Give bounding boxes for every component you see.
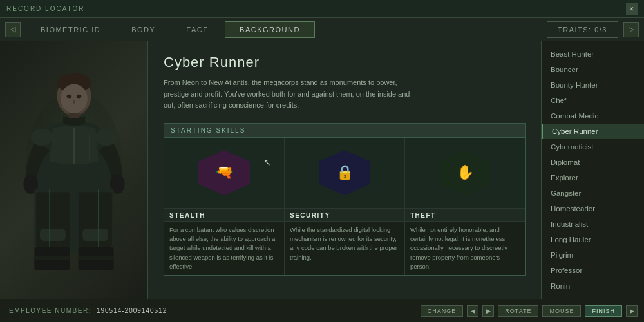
employee-number: 190514-2009140512: [97, 307, 167, 314]
nav-tabs: ◁ BIOMETRIC ID BODY FACE BACKGROUND TRAI…: [0, 18, 644, 41]
character-panel: [0, 41, 148, 299]
svg-rect-19: [34, 256, 70, 260]
sidebar-item-cyber-runner[interactable]: Cyber Runner: [542, 124, 644, 139]
security-icon-area: 🔒: [285, 138, 404, 209]
employee-label: EMPLOYEE NUMBER:: [9, 307, 91, 314]
security-hexagon: 🔒: [319, 150, 370, 195]
top-bar: RECORD LOCATOR ✕: [0, 0, 644, 18]
bottom-bar: EMPLOYEE NUMBER: 190514-2009140512 CHANG…: [0, 299, 644, 322]
skill-card-theft: ✋ THEFT While not entirely honorable, an…: [405, 138, 525, 275]
change-right-arrow[interactable]: ▶: [482, 305, 494, 317]
change-left-arrow[interactable]: ◀: [467, 305, 478, 317]
tab-biometric[interactable]: BIOMETRIC ID: [26, 21, 115, 38]
sidebar-item-ronin[interactable]: Ronin: [542, 278, 644, 294]
sidebar-item-combat-medic[interactable]: Combat Medic: [542, 108, 644, 124]
mouse-button[interactable]: MOUSE: [542, 305, 581, 317]
top-bar-right: ✕: [626, 3, 638, 15]
theft-icon: ✋: [457, 164, 474, 181]
security-desc: While the standardized digital locking m…: [285, 222, 404, 266]
sidebar-item-professor[interactable]: Professor: [542, 263, 644, 278]
skill-card-security: 🔒 SECURITY While the standardized digita…: [285, 138, 405, 275]
info-panel: Cyber Runner From Neon to New Atlantis, …: [148, 41, 541, 299]
sidebar-item-beast-hunter[interactable]: Beast Hunter: [542, 46, 644, 62]
bottom-right-buttons: CHANGE ◀ ▶ ROTATE MOUSE FINISH ▶: [421, 305, 638, 317]
sidebar-item-long-hauler[interactable]: Long Hauler: [542, 232, 644, 247]
finish-button[interactable]: FINISH: [585, 305, 622, 317]
tab-face[interactable]: FACE: [171, 21, 223, 38]
character-figure: [0, 41, 147, 299]
tab-body[interactable]: BODY: [117, 21, 170, 38]
background-title: Cyber Runner: [164, 54, 526, 71]
cursor-arrow: ↖: [263, 157, 271, 167]
svg-rect-6: [73, 100, 75, 104]
character-svg: [10, 67, 138, 299]
nav-tab-left-button[interactable]: ◁: [5, 22, 21, 37]
sidebar-item-chef[interactable]: Chef: [542, 93, 644, 108]
change-button[interactable]: CHANGE: [421, 305, 464, 317]
rotate-button[interactable]: ROTATE: [498, 305, 538, 317]
sidebar-item-bouncer[interactable]: Bouncer: [542, 62, 644, 77]
sidebar-item-industrialist[interactable]: Industrialist: [542, 216, 644, 232]
tab-background[interactable]: BACKGROUND: [225, 21, 315, 38]
sidebar-item-explorer[interactable]: Explorer: [542, 170, 644, 185]
stealth-icon: 🔫: [216, 164, 233, 181]
security-name: SECURITY: [285, 209, 404, 222]
sidebar-item-bounty-hunter[interactable]: Bounty Hunter: [542, 77, 644, 93]
stealth-name: STEALTH: [164, 209, 284, 222]
skills-header: STARTING SKILLS: [164, 124, 525, 138]
finish-right-arrow[interactable]: ▶: [626, 305, 638, 317]
svg-point-4: [66, 95, 71, 99]
main-content: Cyber Runner From Neon to New Atlantis, …: [0, 41, 644, 299]
traits-counter[interactable]: TRAITS: 0/3: [547, 21, 618, 38]
corner-icon: ✕: [626, 3, 638, 15]
svg-rect-15: [39, 229, 65, 241]
sidebar-item-pilgrim[interactable]: Pilgrim: [542, 247, 644, 263]
theft-name: THEFT: [405, 209, 525, 222]
sidebar-item-homesteader[interactable]: Homesteader: [542, 201, 644, 216]
svg-point-3: [61, 84, 88, 113]
svg-rect-16: [82, 229, 108, 241]
skills-cards: 🔫 ↖ STEALTH For a combatant who values d…: [164, 138, 525, 275]
skill-card-stealth: 🔫 ↖ STEALTH For a combatant who values d…: [164, 138, 285, 275]
sidebar-item-cyberneticist[interactable]: Cyberneticist: [542, 139, 644, 155]
stealth-hexagon: 🔫: [198, 150, 250, 195]
sidebar-item-diplomat[interactable]: Diplomat: [542, 155, 644, 170]
theft-desc: While not entirely honorable, and certai…: [405, 222, 525, 275]
stealth-desc: For a combatant who values discretion ab…: [164, 222, 284, 275]
theft-icon-area: ✋: [405, 138, 525, 209]
nav-tab-right-button[interactable]: ▷: [623, 22, 639, 37]
stealth-icon-area: 🔫 ↖: [164, 138, 284, 209]
theft-hexagon: ✋: [439, 150, 491, 195]
svg-point-21: [30, 129, 52, 146]
svg-rect-20: [78, 256, 113, 260]
svg-point-22: [95, 129, 117, 146]
svg-point-5: [76, 95, 81, 99]
sidebar-list: Beast HunterBouncerBounty HunterChefComb…: [541, 41, 644, 299]
background-description: From Neon to New Atlantis, the megacorps…: [164, 77, 421, 111]
sidebar-item-gangster[interactable]: Gangster: [542, 185, 644, 201]
record-locator-label: RECORD LOCATOR: [6, 5, 85, 12]
security-icon: 🔒: [336, 164, 354, 181]
skills-section: STARTING SKILLS 🔫 ↖ STEALTH For a combat…: [164, 123, 526, 276]
